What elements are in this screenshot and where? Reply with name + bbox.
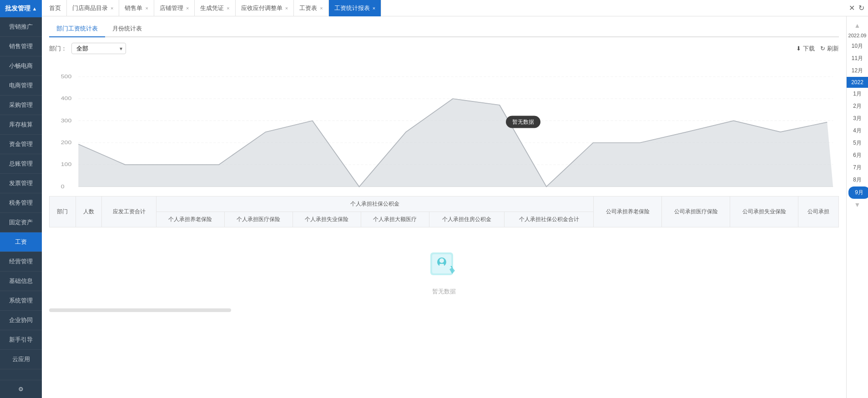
chart-container: 0 100 200 300 400 500 <box>49 59 839 191</box>
sidebar: 批发管理 ▲ 营销推广销售管理小畅电商电商管理采购管理库存核算资金管理总账管理发… <box>0 0 42 398</box>
settings-icon: ⚙ <box>18 386 24 393</box>
timeline-year-active[interactable]: 2022 <box>847 77 868 88</box>
sidebar-item-基础信息[interactable]: 基础信息 <box>0 272 42 291</box>
tab-bar-actions[interactable]: ✕ ↻ <box>849 4 868 12</box>
tab-门店商品目录[interactable]: 门店商品目录× <box>67 0 119 16</box>
sub-tab-dept[interactable]: 部门工资统计表 <box>49 22 105 37</box>
sidebar-item-企业协同[interactable]: 企业协同 <box>0 311 42 330</box>
tab-close-icon[interactable]: × <box>111 5 113 11</box>
download-icon: ⬇ <box>796 45 801 52</box>
svg-point-16 <box>439 258 444 263</box>
tab-生成凭证[interactable]: 生成凭证× <box>195 0 235 16</box>
tab-close-icon[interactable]: × <box>320 5 323 11</box>
sub-tab-month[interactable]: 月份统计表 <box>105 22 149 37</box>
timeline-month-12月[interactable]: 12月 <box>847 65 868 77</box>
timeline-year-label: 2022.09 <box>848 31 868 40</box>
chart-no-data-tooltip: 暂无数据 <box>506 116 540 128</box>
refresh-icon[interactable]: ↻ <box>858 4 864 12</box>
tab-label: 工资统计报表 <box>334 4 370 12</box>
tab-工资统计报表[interactable]: 工资统计报表× <box>329 0 381 16</box>
tab-label: 应收应付调整单 <box>241 4 283 12</box>
th-headcount: 人数 <box>76 196 102 227</box>
content-area: 部门工资统计表 月份统计表 部门： 全部 ⬇ 下载 <box>42 16 868 398</box>
th-personal-pension: 个人承担养老保险 <box>156 212 224 227</box>
sidebar-settings[interactable]: ⚙ <box>0 380 42 398</box>
tab-close-icon[interactable]: × <box>145 5 148 11</box>
tab-label: 门店商品目录 <box>72 4 108 12</box>
tab-close-icon[interactable]: × <box>186 5 189 11</box>
svg-marker-12 <box>78 99 833 186</box>
toolbar-left: 部门： 全部 <box>49 43 126 54</box>
timeline-month-8月[interactable]: 8月 <box>847 174 868 186</box>
tab-close-icon[interactable]: × <box>285 5 288 11</box>
tab-首页[interactable]: 首页 <box>44 0 67 16</box>
timeline-items: 10月11月12月20221月2月3月4月5月6月7月8月9月 <box>847 40 868 199</box>
sidebar-item-电商管理[interactable]: 电商管理 <box>0 76 42 96</box>
timeline-down-arrow[interactable]: ▼ <box>853 199 863 210</box>
timeline-month-6月[interactable]: 6月 <box>847 149 868 161</box>
th-company-pension: 公司承担养老保险 <box>594 196 662 227</box>
download-label: 下载 <box>803 45 815 53</box>
close-all-icon[interactable]: ✕ <box>849 4 855 12</box>
timeline-month-1月[interactable]: 1月 <box>847 88 868 100</box>
sidebar-item-采购管理[interactable]: 采购管理 <box>0 96 42 115</box>
sidebar-items: 营销推广销售管理小畅电商电商管理采购管理库存核算资金管理总账管理发票管理税务管理… <box>0 17 42 369</box>
sidebar-item-云应用[interactable]: 云应用 <box>0 350 42 369</box>
timeline-month-4月[interactable]: 4月 <box>847 125 868 137</box>
sidebar-item-税务管理[interactable]: 税务管理 <box>0 193 42 213</box>
th-personal-large-medical: 个人承担大额医疗 <box>361 212 429 227</box>
refresh-button[interactable]: ↻ 刷新 <box>820 45 839 53</box>
tab-应收应付调整单[interactable]: 应收应付调整单× <box>236 0 294 16</box>
sidebar-header[interactable]: 批发管理 ▲ <box>0 0 42 17</box>
sidebar-item-销售管理[interactable]: 销售管理 <box>0 37 42 56</box>
tab-工资表[interactable]: 工资表× <box>294 0 328 16</box>
sidebar-item-资金管理[interactable]: 资金管理 <box>0 135 42 154</box>
tab-items: 首页门店商品目录×销售单×店铺管理×生成凭证×应收应付调整单×工资表×工资统计报… <box>44 0 849 16</box>
th-total-salary: 应发工资合计 <box>102 196 156 227</box>
timeline-month-7月[interactable]: 7月 <box>847 161 868 174</box>
svg-text:0: 0 <box>61 183 65 190</box>
sidebar-item-库存核算[interactable]: 库存核算 <box>0 115 42 135</box>
tab-close-icon[interactable]: × <box>227 5 229 11</box>
sidebar-item-总账管理[interactable]: 总账管理 <box>0 154 42 174</box>
timeline-month-2月[interactable]: 2月 <box>847 100 868 112</box>
th-company-medical: 公司承担医疗保险 <box>662 196 730 227</box>
th-personal-medical: 个人承担医疗保险 <box>224 212 293 227</box>
sidebar-item-经营管理[interactable]: 经营管理 <box>0 252 42 272</box>
tab-店铺管理[interactable]: 店铺管理× <box>154 0 195 16</box>
svg-text:200: 200 <box>61 139 72 146</box>
th-personal-unemployment: 个人承担失业保险 <box>293 212 361 227</box>
sidebar-item-发票管理[interactable]: 发票管理 <box>0 174 42 193</box>
sidebar-item-小畅电商[interactable]: 小畅电商 <box>0 56 42 76</box>
sidebar-collapse-icon[interactable]: ▲ <box>32 6 37 11</box>
tab-销售单[interactable]: 销售单× <box>119 0 154 16</box>
timeline-up-arrow[interactable]: ▲ <box>853 20 863 31</box>
svg-text:400: 400 <box>61 95 72 101</box>
dept-label: 部门： <box>49 45 67 53</box>
dept-select-wrapper[interactable]: 全部 <box>71 43 126 54</box>
timeline-month-active[interactable]: 9月 <box>848 186 868 199</box>
horizontal-scrollbar[interactable] <box>49 308 231 312</box>
sidebar-item-工资[interactable]: 工资 <box>0 232 42 252</box>
sidebar-item-固定资产[interactable]: 固定资产 <box>0 213 42 232</box>
download-button[interactable]: ⬇ 下载 <box>796 45 815 53</box>
tab-label: 工资表 <box>299 4 317 12</box>
tab-label: 销售单 <box>125 4 142 12</box>
timeline-month-5月[interactable]: 5月 <box>847 137 868 149</box>
timeline-month-11月[interactable]: 11月 <box>847 52 868 65</box>
main-area: 首页门店商品目录×销售单×店铺管理×生成凭证×应收应付调整单×工资表×工资统计报… <box>42 0 868 398</box>
sidebar-item-营销推广[interactable]: 营销推广 <box>0 17 42 37</box>
timeline-panel: ▲ 2022.09 10月11月12月20221月2月3月4月5月6月7月8月9… <box>846 16 868 398</box>
sidebar-item-新手引导[interactable]: 新手引导 <box>0 330 42 350</box>
tab-close-icon[interactable]: × <box>373 5 375 11</box>
svg-rect-17 <box>439 264 444 267</box>
th-company-unemployment: 公司承担失业保险 <box>730 196 798 227</box>
th-company-other: 公司承担 <box>798 196 839 227</box>
toolbar: 部门： 全部 ⬇ 下载 ↻ 刷新 <box>49 43 839 54</box>
sidebar-item-系统管理[interactable]: 系统管理 <box>0 291 42 311</box>
timeline-month-3月[interactable]: 3月 <box>847 112 868 125</box>
page-content: 部门工资统计表 月份统计表 部门： 全部 ⬇ 下载 <box>42 16 846 398</box>
chart-svg: 0 100 200 300 400 500 <box>49 59 839 191</box>
timeline-month-10月[interactable]: 10月 <box>847 40 868 52</box>
dept-select[interactable]: 全部 <box>71 43 126 54</box>
